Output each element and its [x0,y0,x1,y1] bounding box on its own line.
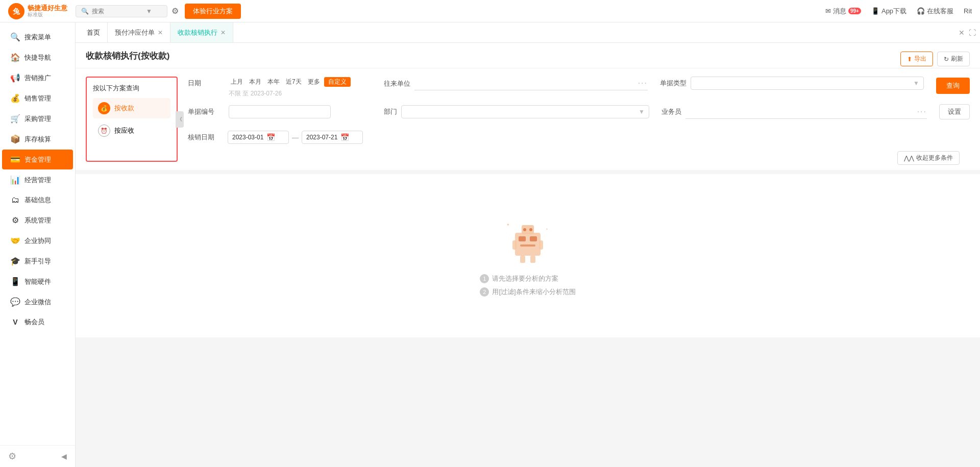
guide-icon: 🎓 [10,256,20,266]
sidebar-label-member: 畅会员 [24,317,44,327]
dept-chevron[interactable]: ▼ [639,108,645,115]
doctype-filter: 单据类型 ▼ [660,77,924,90]
tab-collection-verify[interactable]: 收款核销执行 ✕ [170,22,233,42]
export-button[interactable]: ⬆ 导出 [900,52,933,66]
counterpart-label: 往来单位 [384,79,410,88]
sidebar: 🔍 搜索菜单 🏠 快捷导航 📢 营销推广 💰 销售管理 🛒 采购管理 📦 [0,22,76,467]
svg-text:✦: ✦ [546,228,548,231]
svg-rect-9 [512,240,517,250]
empty-state: ✦ ✦ · 1 请先选择要分析的方案 2 用[过滤]条件来缩小分析范围 [76,174,980,337]
gear-icon[interactable]: ⚙ [172,6,179,16]
online-service-item[interactable]: 🎧 在线客服 [917,7,953,16]
tab-collection-close[interactable]: ✕ [220,30,226,36]
enterprise-icon: 🤝 [10,236,20,245]
sidebar-item-operation[interactable]: 📊 经营管理 [2,170,73,190]
shortcut-this-year[interactable]: 本年 [265,77,282,87]
user-name[interactable]: Rit [964,7,972,15]
svg-rect-5 [520,244,535,247]
tab-home[interactable]: 首页 [80,22,108,42]
sidebar-item-marketing[interactable]: 📢 营销推广 [2,68,73,88]
settings-button[interactable]: 设置 [939,104,970,119]
right-filter-area: 日期 上月 本月 本年 近7天 更多 自定义 不限 至 [178,68,980,170]
sidebar-item-basic-info[interactable]: 🗂 基础信息 [2,190,73,210]
shortcut-7days[interactable]: 近7天 [284,77,304,87]
sidebar-item-search[interactable]: 🔍 搜索菜单 [2,27,73,47]
search-box[interactable]: 🔍 ▼ [76,5,167,17]
page-title: 收款核销执行(按收款) [86,50,169,62]
sidebar-label-smart-hw: 智能硬件 [24,277,51,286]
svg-rect-4 [530,236,537,241]
counterpart-dots[interactable]: ··· [638,79,648,88]
empty-illustration: ✦ ✦ · [502,215,553,266]
filter-option-by-collection[interactable]: 💰 按收款 [93,98,170,118]
sidebar-item-system[interactable]: ⚙ 系统管理 [2,210,73,230]
date-filter-group: 日期 上月 本月 本年 近7天 更多 自定义 不限 至 [188,77,372,98]
query-button[interactable]: 查询 [936,78,970,94]
collapse-filter-panel-btn[interactable]: 《 [176,111,184,128]
refresh-button[interactable]: ↻ 刷新 [937,52,970,66]
verify-date-end-value: 2023-07-21 [306,134,337,141]
search-menu-icon: 🔍 [10,32,20,42]
clipboard-icon: 🗂 [10,195,20,205]
sidebar-item-guide[interactable]: 🎓 新手引导 [2,251,73,271]
no-limit-text: 不限 至 2023-07-26 [229,89,351,98]
settings-bottom-icon[interactable]: ⚙ [8,451,16,462]
verify-date-start[interactable]: 2023-03-01 📅 [228,131,289,144]
employee-dots[interactable]: ··· [917,107,927,116]
sidebar-item-wechat-biz[interactable]: 💬 企业微信 [2,292,73,312]
collapse-sidebar-icon[interactable]: ◀ [61,452,67,460]
sidebar-item-inventory[interactable]: 📦 库存核算 [2,129,73,149]
settings-btn-container: 设置 [939,104,970,119]
search-input[interactable] [92,8,143,15]
collection-icon: 💰 [98,102,110,114]
app-download-item[interactable]: 📱 App下载 [871,7,906,16]
date-range-separator: — [292,134,299,141]
logo-svg: 兔 [8,3,24,19]
device-icon: 📱 [10,277,20,286]
wechat-icon: 💬 [10,297,20,307]
message-item[interactable]: ✉ 消息 99+ [825,7,861,16]
sidebar-item-member[interactable]: V 畅会员 [2,312,73,332]
shortcut-last-month[interactable]: 上月 [229,77,245,87]
collapse-more-row: ⋀⋀ 收起更多条件 [188,149,970,170]
sidebar-item-smart-hw[interactable]: 📱 智能硬件 [2,272,73,291]
sidebar-label-system: 系统管理 [24,216,51,225]
docno-input[interactable] [229,105,331,118]
svg-rect-12 [530,256,535,263]
verify-date-label: 核销日期 [188,133,225,142]
tab-close-all-icon[interactable]: ✕ [959,29,965,37]
sidebar-label-basic-info: 基础信息 [24,195,51,205]
date-label: 日期 [188,77,225,88]
sidebar-item-enterprise[interactable]: 🤝 企业协同 [2,231,73,251]
sidebar-label-sales: 销售管理 [24,94,51,103]
tab-collection-label: 收款核销执行 [178,28,217,37]
sidebar-label-search: 搜索菜单 [24,33,51,42]
export-label: 导出 [914,55,926,63]
cart-icon: 🛒 [10,114,20,124]
collapse-more-label: 收起更多条件 [916,154,953,162]
sidebar-item-quick-nav[interactable]: 🏠 快捷导航 [2,47,73,67]
app-subtitle: 标准版 [28,12,67,18]
sidebar-menu: 🔍 搜索菜单 🏠 快捷导航 📢 营销推广 💰 销售管理 🛒 采购管理 📦 [0,22,75,445]
tabs-bar: 首页 预付冲应付单 ✕ 收款核销执行 ✕ ✕ ⛶ [76,22,980,43]
doctype-chevron[interactable]: ▼ [913,80,919,87]
custom-date-badge[interactable]: 自定义 [324,77,351,87]
tab-prepay-conflict[interactable]: 预付冲应付单 ✕ [108,22,170,42]
filter-panel-wrapper: 按以下方案查询 💰 按收款 ⏰ 按应收 《 [76,68,980,170]
filter-option-by-receivable[interactable]: ⏰ 按应收 [93,120,170,141]
tab-fullscreen-icon[interactable]: ⛶ [969,29,976,37]
calendar-start-icon: 📅 [266,133,275,141]
sidebar-item-finance[interactable]: 💳 资金管理 [2,150,73,169]
collapse-more-button[interactable]: ⋀⋀ 收起更多条件 [897,151,960,165]
doctype-label: 单据类型 [660,79,687,88]
sidebar-item-sales[interactable]: 💰 销售管理 [2,88,73,108]
verify-date-end[interactable]: 2023-07-21 📅 [302,131,363,144]
app-download-label: App下载 [881,7,906,16]
svg-rect-3 [519,236,526,241]
shortcut-this-month[interactable]: 本月 [247,77,263,87]
trial-button[interactable]: 体验行业方案 [185,4,241,19]
chevron-down-icon[interactable]: ▼ [146,8,152,15]
tab-prepay-close[interactable]: ✕ [158,30,163,36]
sidebar-item-purchase[interactable]: 🛒 采购管理 [2,109,73,129]
shortcut-more[interactable]: 更多 [306,77,322,87]
